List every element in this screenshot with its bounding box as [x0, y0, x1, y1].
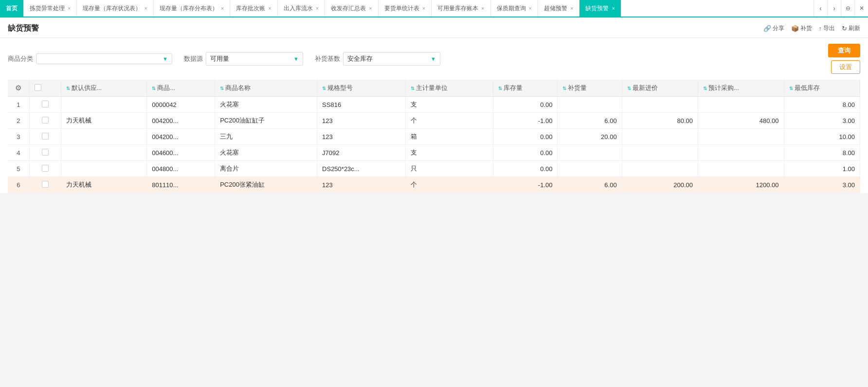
- col-header-replenish[interactable]: ⇅补货量: [558, 80, 622, 97]
- sort-icon-replenish: ⇅: [562, 86, 566, 91]
- col-spec: 123: [317, 129, 406, 145]
- col-stock: -1.00: [493, 177, 558, 193]
- query-button[interactable]: 查询: [828, 44, 860, 57]
- nav-tab-batch-account[interactable]: 库存批次账×: [230, 0, 277, 17]
- nav-tab-label-collect-summary: 收发存汇总表: [331, 4, 366, 13]
- nav-tab-close-batch-account[interactable]: ×: [268, 5, 271, 11]
- refresh-icon: ↻: [842, 25, 847, 32]
- nav-tab-close-collect-summary[interactable]: ×: [369, 5, 372, 11]
- nav-tab-collect-summary[interactable]: 收发存汇总表×: [325, 0, 378, 17]
- datasource-filter: 数据源 可用量 ▼: [184, 52, 303, 66]
- nav-close-btn[interactable]: ✕: [854, 0, 868, 17]
- gear-icon[interactable]: ⚙: [15, 84, 21, 92]
- row-select-checkbox[interactable]: [42, 133, 49, 140]
- col-label-goods-name: 商品名称: [225, 84, 251, 92]
- select-all-checkbox[interactable]: [35, 84, 41, 91]
- table-row[interactable]: 2力天机械004200...PC200油缸缸子123个-1.006.0080.0…: [8, 113, 860, 129]
- nav-tab-close-shortage-warning[interactable]: ×: [612, 5, 615, 11]
- nav-tab-close-exception[interactable]: ×: [68, 5, 71, 11]
- col-label-goods-code: 商品...: [157, 84, 175, 92]
- refresh-btn[interactable]: ↻ 刷新: [842, 24, 860, 33]
- col-est-purchase: [698, 129, 784, 145]
- row-select-checkbox[interactable]: [42, 181, 49, 188]
- col-goods-name: 火花塞: [215, 145, 317, 161]
- col-unit: 只: [405, 161, 493, 177]
- row-select-checkbox[interactable]: [42, 165, 49, 172]
- nav-tab-label-home: 首页: [6, 4, 18, 13]
- category-label: 商品分类: [8, 54, 33, 63]
- row-number: 3: [8, 129, 29, 145]
- replenish-base-label: 补货基数: [315, 54, 340, 63]
- table-row[interactable]: 6力天机械801110...PC200张紧油缸123个-1.006.00200.…: [8, 177, 860, 193]
- row-number: 4: [8, 145, 29, 161]
- col-latest-price: [622, 97, 698, 113]
- nav-prev-btn[interactable]: ‹: [814, 0, 827, 17]
- table-row[interactable]: 5004800...离合片DS250*23c...只0.001.00: [8, 161, 860, 177]
- nav-tab-available-ledger[interactable]: 可用量库存账本×: [432, 0, 490, 17]
- col-header-spec[interactable]: ⇅规格型号: [317, 80, 406, 97]
- nav-tab-home[interactable]: 首页: [0, 0, 24, 17]
- col-unit: 箱: [405, 129, 493, 145]
- col-spec: 123: [317, 177, 406, 193]
- nav-tab-close-inout-flow[interactable]: ×: [316, 5, 319, 11]
- col-header-stock[interactable]: ⇅库存量: [493, 80, 558, 97]
- col-header-default-supplier[interactable]: ⇅默认供应...: [61, 80, 147, 97]
- row-checkbox: [29, 97, 61, 113]
- col-supplier: 力天机械: [61, 113, 147, 129]
- table-row[interactable]: 3004200...三九123箱0.0020.0010.00: [8, 129, 860, 145]
- export-btn[interactable]: ↑ 导出: [819, 24, 835, 33]
- nav-tab-close-overstock-warning[interactable]: ×: [570, 5, 573, 11]
- col-header-goods-code[interactable]: ⇅商品...: [147, 80, 215, 97]
- sort-icon-goods-code: ⇅: [152, 86, 156, 91]
- nav-tab-expiry-query[interactable]: 保质期查询×: [491, 0, 538, 17]
- nav-tab-inventory-status[interactable]: 现存量（库存状况表）×: [77, 0, 153, 17]
- nav-tab-requisition-stat[interactable]: 要货单统计表×: [379, 0, 432, 17]
- nav-tab-shortage-warning[interactable]: 缺货预警×: [579, 0, 621, 17]
- nav-next-btn[interactable]: ›: [827, 0, 841, 17]
- col-est-purchase: [698, 97, 784, 113]
- col-replenish: [558, 161, 622, 177]
- col-supplier: [61, 161, 147, 177]
- datasource-label: 数据源: [184, 54, 203, 63]
- nav-tab-close-inventory-dist[interactable]: ×: [221, 5, 224, 11]
- category-select[interactable]: ▼: [36, 53, 172, 64]
- sort-icon-unit: ⇅: [411, 86, 415, 91]
- row-select-checkbox[interactable]: [42, 101, 49, 107]
- replenish-base-select[interactable]: 安全库存 ▼: [343, 52, 440, 66]
- table-row[interactable]: 4004600...火花塞J7092支0.008.00: [8, 145, 860, 161]
- row-select-checkbox[interactable]: [42, 149, 49, 156]
- col-goods-code: 801110...: [147, 177, 215, 193]
- nav-tab-close-inventory-status[interactable]: ×: [144, 5, 147, 11]
- col-goods-name: 离合片: [215, 161, 317, 177]
- row-checkbox: [29, 129, 61, 145]
- nav-tab-exception[interactable]: 拣货异常处理×: [24, 0, 77, 17]
- col-label-spec: 规格型号: [327, 84, 353, 92]
- nav-tab-close-expiry-query[interactable]: ×: [529, 5, 532, 11]
- col-stock: 0.00: [493, 161, 558, 177]
- nav-tab-close-requisition-stat[interactable]: ×: [422, 5, 425, 11]
- col-header-goods-name[interactable]: ⇅商品名称: [215, 80, 317, 97]
- col-stock: 0.00: [493, 129, 558, 145]
- share-btn[interactable]: 🔗 分享: [763, 24, 784, 33]
- nav-tab-inventory-dist[interactable]: 现存量（库存分布表）×: [154, 0, 230, 17]
- datasource-select[interactable]: 可用量 ▼: [206, 52, 303, 66]
- table-row[interactable]: 10000042火花塞SS816支0.008.00: [8, 97, 860, 113]
- col-header-min-stock[interactable]: ⇅最低库存: [784, 80, 860, 97]
- nav-tab-overstock-warning[interactable]: 超储预警×: [538, 0, 579, 17]
- settings-button[interactable]: 设置: [831, 60, 860, 74]
- nav-restore-btn[interactable]: ⊖: [841, 0, 854, 17]
- nav-tab-close-available-ledger[interactable]: ×: [481, 5, 484, 11]
- col-header-latest-price[interactable]: ⇅最新进价: [622, 80, 698, 97]
- replenish-btn[interactable]: 📦 补货: [791, 24, 812, 33]
- row-checkbox: [29, 145, 61, 161]
- nav-tab-inout-flow[interactable]: 出入库流水×: [278, 0, 325, 17]
- row-select-checkbox[interactable]: [42, 117, 49, 123]
- col-header-est-purchase[interactable]: ⇅预计采购...: [698, 80, 784, 97]
- row-number: 5: [8, 161, 29, 177]
- nav-arrows: ‹ › ⊖ ✕: [814, 0, 868, 17]
- datasource-arrow-icon: ▼: [293, 56, 299, 62]
- header-actions: 🔗 分享 📦 补货 ↑ 导出 ↻ 刷新: [763, 24, 861, 33]
- category-filter: 商品分类 ▼: [8, 53, 172, 64]
- sort-icon-spec: ⇅: [322, 86, 326, 91]
- col-header-unit[interactable]: ⇅主计量单位: [405, 80, 493, 97]
